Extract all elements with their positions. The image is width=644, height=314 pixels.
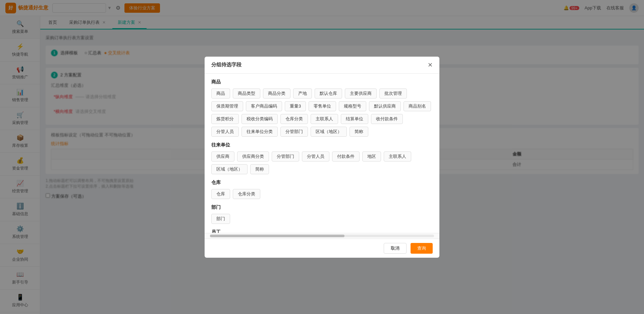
field-tag-region-cp[interactable]: 区域（地区） <box>211 164 248 174</box>
field-tag-personnel[interactable]: 分管人员 <box>302 151 329 162</box>
modal-header: 分组待选字段 ✕ <box>205 57 439 74</box>
modal-body: 商品 商品 商品类型 商品分类 产地 默认仓库 主要供应商 批次管理 保质期管理… <box>205 74 439 233</box>
field-tag-product-origin[interactable]: 产地 <box>293 88 312 99</box>
modal-dialog: 分组待选字段 ✕ 商品 商品 商品类型 商品分类 产地 默认仓库 主要供应商 批… <box>205 57 439 258</box>
field-tags-product: 商品 商品类型 商品分类 产地 默认仓库 主要供应商 批次管理 保质期管理 客户… <box>211 88 433 137</box>
field-tag-weight3[interactable]: 重量3 <box>285 101 306 111</box>
modal-title: 分组待选字段 <box>211 62 241 68</box>
field-tag-payment-cond[interactable]: 付款条件 <box>332 151 360 162</box>
section-warehouse: 仓库 仓库 仓库分类 <box>211 180 433 199</box>
field-tag-retail-unit[interactable]: 零售单位 <box>309 101 336 111</box>
field-tag-main-supplier[interactable]: 主要供应商 <box>345 88 377 99</box>
field-tag-product-product[interactable]: 商品 <box>211 88 230 99</box>
modal-close-icon[interactable]: ✕ <box>428 61 433 69</box>
field-tag-expiry-mgmt[interactable]: 保质期管理 <box>211 101 243 111</box>
section-department: 部门 部门 <box>211 204 433 224</box>
section-title-product: 商品 <box>211 79 433 85</box>
section-title-warehouse: 仓库 <box>211 180 433 186</box>
section-employee: 员工 业务员 <box>211 229 433 233</box>
field-tag-warehouse[interactable]: 仓库 <box>211 189 230 199</box>
field-tag-dept[interactable]: 分管部门 <box>272 151 299 162</box>
field-tag-settlement-unit[interactable]: 结算单位 <box>341 114 368 124</box>
field-tag-short-name-cp[interactable]: 简称 <box>250 164 269 174</box>
section-title-department: 部门 <box>211 204 433 210</box>
field-tag-department[interactable]: 部门 <box>211 214 230 224</box>
field-tag-region[interactable]: 区域（地区） <box>311 127 347 137</box>
field-tag-product-type[interactable]: 商品类型 <box>233 88 260 99</box>
field-tag-batch-mgmt[interactable]: 批次管理 <box>379 88 407 99</box>
field-tag-refine-points[interactable]: 炼货积分 <box>211 114 239 124</box>
field-tag-short-name[interactable]: 简称 <box>350 127 368 137</box>
modal-scrollbar-area[interactable] <box>205 233 439 239</box>
field-tag-dept-manage[interactable]: 分管部门 <box>280 127 308 137</box>
scrollbar-thumb <box>210 235 344 237</box>
field-tag-district[interactable]: 地区 <box>362 151 381 162</box>
confirm-button[interactable]: 查询 <box>411 243 433 254</box>
field-tag-main-contact[interactable]: 主联系人 <box>311 114 338 124</box>
field-tag-counterpart-category[interactable]: 往来单位分类 <box>241 127 278 137</box>
field-tags-department: 部门 <box>211 214 433 224</box>
field-tag-product-alias[interactable]: 商品别名 <box>404 101 431 111</box>
field-tag-default-supplier[interactable]: 默认供应商 <box>369 101 401 111</box>
field-tag-payment-terms[interactable]: 收付款条件 <box>371 114 403 124</box>
field-tag-spec-model[interactable]: 规格型号 <box>339 101 366 111</box>
field-tags-counterpart: 供应商 供应商分类 分管部门 分管人员 付款条件 地区 主联系人 区域（地区） … <box>211 151 433 174</box>
modal-overlay: 分组待选字段 ✕ 商品 商品 商品类型 商品分类 产地 默认仓库 主要供应商 批… <box>0 0 644 314</box>
section-counterpart: 往来单位 供应商 供应商分类 分管部门 分管人员 付款条件 地区 主联系人 区域… <box>211 142 433 174</box>
section-title-counterpart: 往来单位 <box>211 142 433 148</box>
field-tags-warehouse: 仓库 仓库分类 <box>211 189 433 199</box>
cancel-button[interactable]: 取消 <box>384 243 407 254</box>
horizontal-scrollbar[interactable] <box>210 235 434 237</box>
field-tag-warehouse-cat[interactable]: 仓库分类 <box>233 189 260 199</box>
field-tag-supplier-category[interactable]: 供应商分类 <box>237 151 269 162</box>
field-tag-supervisor[interactable]: 分管人员 <box>211 127 239 137</box>
field-tag-warehouse-category[interactable]: 仓库分类 <box>280 114 308 124</box>
section-title-employee: 员工 <box>211 229 433 233</box>
field-tag-product-category[interactable]: 商品分类 <box>263 88 290 99</box>
field-tag-default-warehouse[interactable]: 默认仓库 <box>315 88 342 99</box>
section-product: 商品 商品 商品类型 商品分类 产地 默认仓库 主要供应商 批次管理 保质期管理… <box>211 79 433 137</box>
field-tag-supplier[interactable]: 供应商 <box>211 151 234 162</box>
field-tag-tax-code[interactable]: 税收分类编码 <box>241 114 278 124</box>
modal-footer: 取消 查询 <box>205 239 439 258</box>
field-tag-customer-code[interactable]: 客户商品编码 <box>246 101 282 111</box>
field-tag-main-contact-cp[interactable]: 主联系人 <box>384 151 411 162</box>
